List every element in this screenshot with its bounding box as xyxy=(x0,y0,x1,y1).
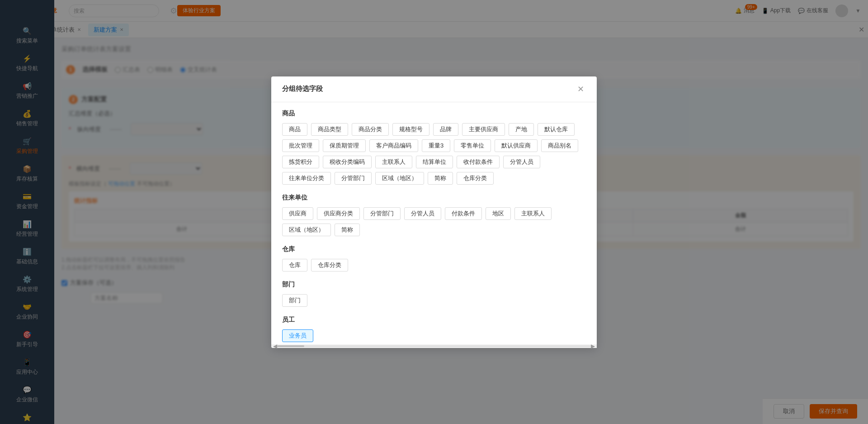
field-tag[interactable]: 仓库分类 xyxy=(311,259,348,272)
department-field-grid: 部门 xyxy=(282,294,586,307)
field-tag[interactable]: 客户商品编码 xyxy=(369,139,418,152)
field-tag[interactable]: 默认供应商 xyxy=(495,139,538,152)
field-tag[interactable]: 商品类型 xyxy=(311,123,348,136)
field-tag[interactable]: 区域（地区） xyxy=(375,172,424,185)
field-tag[interactable]: 主联系人 xyxy=(375,156,412,168)
field-tag[interactable]: 付款条件 xyxy=(445,207,482,220)
field-tag[interactable]: 主联系人 xyxy=(514,207,552,220)
field-tag[interactable]: 分管部门 xyxy=(335,172,372,185)
modal-body[interactable]: 商品 商品 商品类型 商品分类 规格型号 品牌 主要供应商 产地 默认仓库 批次… xyxy=(271,102,597,344)
field-tag[interactable]: 默认仓库 xyxy=(538,123,575,136)
field-tag[interactable]: 产地 xyxy=(509,123,534,136)
employee-field-grid: 业务员 xyxy=(282,329,586,342)
employee-section-title: 员工 xyxy=(282,316,586,324)
modal-title: 分组待选字段 xyxy=(282,85,323,93)
warehouse-field-grid: 仓库 仓库分类 xyxy=(282,259,586,272)
department-section: 部门 部门 xyxy=(282,281,586,307)
field-tag[interactable]: 仓库分类 xyxy=(457,172,494,185)
product-section-title: 商品 xyxy=(282,110,586,118)
field-tag[interactable]: 批次管理 xyxy=(282,139,319,152)
field-tag-selected[interactable]: 业务员 xyxy=(282,329,313,342)
department-section-title: 部门 xyxy=(282,281,586,289)
partner-section: 往来单位 供应商 供应商分类 分管部门 分管人员 付款条件 地区 主联系人 区域… xyxy=(282,194,586,236)
field-tag[interactable]: 仓库 xyxy=(282,259,307,272)
scroll-thumb xyxy=(277,345,304,347)
partner-section-title: 往来单位 xyxy=(282,194,586,202)
field-tag[interactable]: 保质期管理 xyxy=(323,139,366,152)
field-tag[interactable]: 收付款条件 xyxy=(457,156,500,168)
modal-dialog: 分组待选字段 ✕ 商品 商品 商品类型 商品分类 规格型号 品牌 主要供应商 产… xyxy=(271,76,597,348)
field-tag[interactable]: 拣货积分 xyxy=(282,156,319,168)
field-tag[interactable]: 重量3 xyxy=(422,139,450,152)
field-tag[interactable]: 零售单位 xyxy=(454,139,491,152)
field-tag[interactable]: 分管部门 xyxy=(363,207,401,220)
field-tag[interactable]: 区域（地区） xyxy=(282,224,331,236)
field-tag[interactable]: 部门 xyxy=(282,294,307,307)
modal-header: 分组待选字段 ✕ xyxy=(271,76,597,102)
modal-scrollbar[interactable]: ◀ ▶ xyxy=(271,344,597,348)
field-tag[interactable]: 供应商 xyxy=(282,207,313,220)
field-tag[interactable]: 简称 xyxy=(335,224,360,236)
scroll-track xyxy=(277,345,591,347)
field-tag[interactable]: 分管人员 xyxy=(503,156,540,168)
field-tag[interactable]: 品牌 xyxy=(433,123,458,136)
product-section: 商品 商品 商品类型 商品分类 规格型号 品牌 主要供应商 产地 默认仓库 批次… xyxy=(282,110,586,185)
field-tag[interactable]: 规格型号 xyxy=(392,123,429,136)
modal-overlay: 分组待选字段 ✕ 商品 商品 商品类型 商品分类 规格型号 品牌 主要供应商 产… xyxy=(0,0,868,424)
partner-field-grid: 供应商 供应商分类 分管部门 分管人员 付款条件 地区 主联系人 区域（地区） … xyxy=(282,207,586,236)
field-tag[interactable]: 结算单位 xyxy=(416,156,453,168)
field-tag[interactable]: 分管人员 xyxy=(404,207,441,220)
scroll-right-arrow[interactable]: ▶ xyxy=(591,343,595,349)
product-field-grid: 商品 商品类型 商品分类 规格型号 品牌 主要供应商 产地 默认仓库 批次管理 … xyxy=(282,123,586,185)
scroll-left-arrow[interactable]: ◀ xyxy=(273,343,277,349)
field-tag[interactable]: 供应商分类 xyxy=(317,207,360,220)
warehouse-section: 仓库 仓库 仓库分类 xyxy=(282,245,586,272)
field-tag[interactable]: 商品分类 xyxy=(352,123,389,136)
warehouse-section-title: 仓库 xyxy=(282,245,586,253)
field-tag[interactable]: 税收分类编码 xyxy=(323,156,372,168)
field-tag[interactable]: 地区 xyxy=(486,207,511,220)
field-tag[interactable]: 简称 xyxy=(428,172,453,185)
field-tag[interactable]: 商品别名 xyxy=(541,139,578,152)
field-tag[interactable]: 往来单位分类 xyxy=(282,172,331,185)
modal-close-button[interactable]: ✕ xyxy=(575,84,586,95)
field-tag[interactable]: 主要供应商 xyxy=(462,123,505,136)
field-tag[interactable]: 商品 xyxy=(282,123,307,136)
employee-section: 员工 业务员 xyxy=(282,316,586,342)
